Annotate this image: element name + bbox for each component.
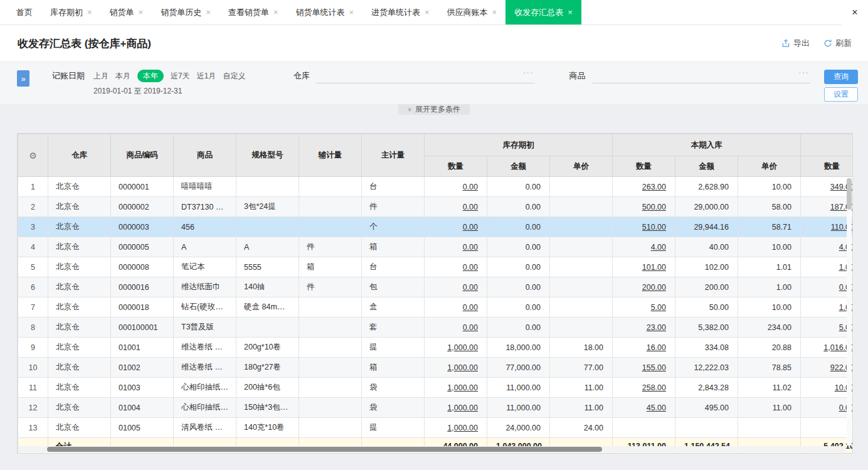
query-button[interactable]: 查询 [824,70,858,84]
tab-5[interactable]: 查看销货单× [220,0,287,24]
qty-link[interactable]: 1,000.00 [447,403,478,412]
table-row[interactable]: 2北京仓0000002DT37130 …3包*24提件0.000.00500.0… [18,197,854,217]
warehouse-input[interactable]: ··· [316,70,535,83]
table-row[interactable]: 1北京仓0000001嘻嘻嘻嘻台0.000.00263.002,628.9010… [18,177,854,197]
cell-in_amount: 29,000.00 [675,197,738,217]
cell-idx: 4 [18,237,48,257]
table-row[interactable]: 4北京仓0000005AA件箱0.000.004.0040.0010.004.0… [18,237,854,257]
col-header-数量-2[interactable]: 数量 [801,156,854,177]
table-row[interactable]: 7北京仓0000018钻石(硬玫…硬盒 84m…盒0.000.005.0050.… [18,297,854,318]
tab-close-icon[interactable]: × [87,8,92,16]
qty-link[interactable]: 0.00 [463,303,478,312]
table-row[interactable]: 11北京仓01003心相印抽纸…200抽*6包袋1,000.0011,000.0… [18,378,854,398]
tab-close-icon[interactable]: × [568,8,573,16]
vertical-scrollbar-thumb[interactable] [847,178,852,210]
col-header-主计量[interactable]: 主计量 [362,134,425,177]
close-all-tabs-button[interactable]: × [842,0,868,25]
qty-link[interactable]: 0.00 [463,243,478,252]
tab-1[interactable]: 首页 [8,0,41,24]
qty-link[interactable]: 16.00 [647,343,666,352]
col-header-金额-0[interactable]: 金额 [487,156,550,177]
cell-in_amount: 29,944.16 [675,217,738,237]
col-header-数量-0[interactable]: 数量 [425,156,487,177]
date-shortcut-自定义[interactable]: 自定义 [223,70,245,82]
tab-7[interactable]: 进货单统计表× [363,0,438,24]
cell-in_amount: 12,222.03 [675,358,738,378]
qty-link[interactable]: 0.00 [463,323,478,332]
tab-8[interactable]: 供应商账本× [438,0,506,24]
gear-icon[interactable]: ⚙ [29,151,37,161]
tab-6[interactable]: 销货单统计表× [287,0,363,24]
qty-link[interactable]: 0.00 [463,203,478,211]
table-row[interactable]: 9北京仓01001维达卷纸 …200g*10卷提1,000.0018,000.0… [18,338,854,358]
tab-close-icon[interactable]: × [492,8,497,16]
column-settings-header[interactable]: ⚙ [18,134,48,177]
cell-warehouse: 北京仓 [48,297,111,318]
warehouse-more-icon[interactable]: ··· [523,67,534,77]
col-header-单价-0[interactable]: 单价 [550,156,613,177]
date-shortcut-近7天[interactable]: 近7天 [171,70,190,82]
expand-more-conditions-button[interactable]: » 展开更多条件 [398,104,470,115]
collapse-filter-button[interactable]: » [17,70,29,87]
date-shortcut-近1月[interactable]: 近1月 [197,70,216,82]
col-header-规格型号[interactable]: 规格型号 [236,134,299,177]
cell-out_qty: 5.00 [801,318,854,338]
col-header-单价-1[interactable]: 单价 [738,156,801,177]
tab-close-icon[interactable]: × [349,8,354,16]
qty-link[interactable]: 0.00 [463,223,478,232]
table-row[interactable]: 13北京仓01005清风卷纸 …140克*10卷提1,000.0024,000.… [18,418,854,438]
product-input[interactable]: ··· [592,70,811,83]
qty-link[interactable]: 258.00 [642,383,666,392]
export-button[interactable]: 导出 [781,38,810,49]
qty-link[interactable]: 510.00 [642,223,666,232]
qty-link[interactable]: 155.00 [642,363,666,372]
qty-link[interactable]: 1,000.00 [447,343,478,352]
table-row[interactable]: 8北京仓000100001T3普及版套0.000.0023.005,382.00… [18,318,854,338]
horizontal-scrollbar-thumb[interactable] [47,447,601,452]
table-row[interactable]: 5北京仓0000008笔记本5555箱台0.000.00101.00102.00… [18,257,854,277]
qty-link[interactable]: 200.00 [642,283,666,292]
col-header-商品编码[interactable]: 商品编码 [111,134,174,177]
qty-link[interactable]: 0.00 [463,283,478,292]
qty-link[interactable]: 1,000.00 [447,383,478,392]
qty-link[interactable]: 500.00 [642,203,666,211]
tab-close-icon[interactable]: × [206,8,211,16]
settings-button[interactable]: 设置 [824,87,858,102]
qty-link[interactable]: 5.00 [651,303,666,312]
tab-3[interactable]: 销货单× [101,0,152,24]
qty-link[interactable]: 4.00 [651,243,666,252]
table-row[interactable]: 10北京仓01002维达卷纸 …180g*27卷箱1,000.0077,000.… [18,358,854,378]
tab-2[interactable]: 库存期初× [41,0,101,24]
col-header-仓库[interactable]: 仓库 [48,134,111,177]
qty-link[interactable]: 23.00 [647,323,666,332]
qty-link[interactable]: 1,000.00 [447,424,478,432]
qty-link[interactable]: 263.00 [642,183,666,191]
product-more-icon[interactable]: ··· [798,67,809,77]
tab-4[interactable]: 销货单历史× [152,0,220,24]
tab-9[interactable]: 收发存汇总表× [505,0,581,24]
table-row[interactable]: 6北京仓0000016维达纸面巾140抽件包0.000.00200.00200.… [18,277,854,297]
date-shortcut-本年[interactable]: 本年 [137,70,164,82]
col-header-辅计量[interactable]: 辅计量 [299,134,362,177]
tab-close-icon[interactable]: × [273,8,278,16]
date-shortcut-上月[interactable]: 上月 [93,70,109,82]
table-row[interactable]: 3北京仓0000003456个0.000.00510.0029,944.1658… [18,217,854,237]
tab-close-icon[interactable]: × [139,8,144,16]
qty-link[interactable]: 0.00 [463,263,478,272]
refresh-button[interactable]: 刷新 [823,38,852,49]
date-shortcut-本月[interactable]: 本月 [115,70,130,82]
qty-link[interactable]: 1,000.00 [447,363,478,372]
tab-close-icon[interactable]: × [425,8,430,16]
qty-link[interactable]: 45.00 [647,403,666,412]
date-range-value[interactable]: 2019-01-01 至 2019-12-31 [93,86,245,97]
cell-main_unit: 箱 [362,358,425,378]
col-header-商品[interactable]: 商品 [174,134,236,177]
col-header-金额-1[interactable]: 金额 [675,156,738,177]
table-row[interactable]: 12北京仓01004心相印抽纸…150抽*3包…袋1,000.0011,000.… [18,398,854,418]
qty-link[interactable]: 101.00 [642,263,666,272]
col-header-数量-1[interactable]: 数量 [613,156,675,177]
qty-link[interactable]: 0.00 [463,183,478,191]
vertical-scrollbar[interactable] [847,177,852,446]
tab-label: 销货单统计表 [295,7,344,18]
horizontal-scrollbar[interactable] [18,446,846,452]
